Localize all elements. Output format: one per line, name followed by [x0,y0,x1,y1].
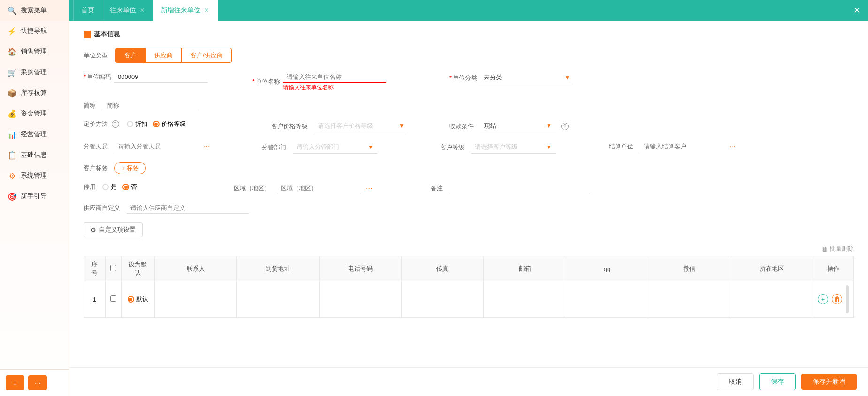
default-radio[interactable]: 默认 [126,295,150,303]
row-email[interactable] [484,281,566,318]
sidebar-item-search[interactable]: 🔍 搜索菜单 [0,0,69,21]
customer-level-label: 客户等级 [440,143,464,152]
sidebar-collapse-btn[interactable]: ≡ [6,375,24,390]
row-qq[interactable] [566,281,648,318]
price-level-select[interactable]: 请选择客户价格等级 ▼ [314,120,408,132]
unit-name-label: *单位名称 [252,78,280,86]
row-fax[interactable] [401,281,483,318]
tab-bar-close-all[interactable]: ✕ [850,5,864,16]
disabled-no-label: 否 [131,183,137,191]
qq-input[interactable] [571,296,644,303]
sidebar-item-finance[interactable]: 💰 资金管理 [0,103,69,124]
price-level-field: 客户价格等级 请选择客户价格等级 ▼ [271,120,431,132]
sidebar-item-purchase[interactable]: 🛒 采购管理 [0,62,69,83]
custom-settings-label: 自定义项设置 [99,225,136,234]
sidebar-extra-btn[interactable]: ⋯ [28,375,47,390]
unit-category-field: *单位分类 未分类 ▼ [449,71,854,84]
manager-more-btn[interactable]: ··· [202,142,212,151]
th-default: 设为默认 [121,256,154,281]
row-add-btn[interactable]: + [818,294,828,304]
row-phone[interactable] [319,281,401,318]
row-drag-handle[interactable] [846,285,849,313]
contact-input[interactable] [160,296,232,303]
row-delete-btn[interactable]: 🗑 [832,294,842,304]
sidebar: 🔍 搜索菜单 ⚡ 快捷导航 🏠 销售管理 🛒 采购管理 📦 库存核算 💰 资金管… [0,0,69,396]
sidebar-item-system[interactable]: ⚙ 系统管理 [0,165,69,186]
sidebar-item-guide[interactable]: 🎯 新手引导 [0,186,69,207]
customer-level-field: 客户等级 请选择客户等级 ▼ [440,141,590,154]
email-input[interactable] [488,296,561,303]
area-input[interactable] [736,296,808,303]
pricing-radio-discount-circle [127,121,133,127]
region-field: 区域（地区） ··· [234,183,393,194]
disabled-radio-yes[interactable]: 是 [102,183,117,191]
pricing-method-label: 定价方法 ? [84,120,119,128]
pricing-help-icon[interactable]: ? [112,120,119,128]
fax-input[interactable] [406,296,479,303]
table-body: 1 默认 [84,281,854,318]
save-button[interactable]: 保存 [759,373,796,390]
tab-partners[interactable]: 往来单位 ✕ [102,0,153,21]
unit-name-input[interactable] [283,71,386,83]
payment-help-icon[interactable]: ? [561,123,569,130]
batch-delete-btn[interactable]: 🗑 批量删除 [822,245,854,253]
row-wechat[interactable] [648,281,731,318]
settlement-input[interactable] [640,141,724,152]
tab-new-partner[interactable]: 新增往来单位 ✕ [153,0,218,21]
tab-home[interactable]: 首页 [73,0,102,21]
disabled-yes-circle [102,184,109,190]
disabled-field: 停用 是 否 [84,183,215,191]
contacts-table-section: 🗑 批量删除 序号 设为默认 联系人 到货地址 电话号码 传真 邮箱 qq [84,245,854,318]
sidebar-item-quicknav[interactable]: ⚡ 快捷导航 [0,21,69,41]
row-checkbox[interactable] [110,295,116,302]
tab-close-new-partner[interactable]: ✕ [203,6,210,15]
th-email: 邮箱 [484,256,566,281]
th-qq: qq [566,256,648,281]
th-num: 序号 [84,256,106,281]
save-and-new-button[interactable]: 保存并新增 [801,374,857,390]
region-input[interactable] [277,183,361,194]
sidebar-item-label: 快捷导航 [21,27,47,35]
unit-category-select[interactable]: 未分类 ▼ [480,71,574,84]
table-row: 1 默认 [84,281,854,318]
sidebar-item-operations[interactable]: 📊 经营管理 [0,124,69,145]
row-area[interactable] [731,281,813,318]
unit-code-input[interactable] [114,71,208,83]
manager-row: 分管人员 ··· 分管部门 请输入分管部门 ▼ 客户等级 请选择客户等级 ▼ 结… [84,141,854,154]
address-input[interactable] [242,296,314,303]
th-phone: 电话号码 [319,256,401,281]
pricing-radio-discount[interactable]: 折扣 [127,120,147,128]
tab-close-partners[interactable]: ✕ [139,6,145,15]
custom-settings-btn[interactable]: ⚙ 自定义项设置 [84,222,143,237]
remark-input[interactable] [449,183,590,194]
sidebar-item-inventory[interactable]: 📦 库存核算 [0,83,69,103]
region-more-btn[interactable]: ··· [364,184,374,193]
trash-icon: 🗑 [822,246,828,253]
payment-terms-select[interactable]: 现结 ▼ [480,120,556,132]
wechat-input[interactable] [653,296,725,303]
unit-category-arrow: ▼ [564,74,570,81]
phone-input[interactable] [324,296,396,303]
add-tag-btn[interactable]: + 标签 [114,162,146,174]
select-all-checkbox[interactable] [110,265,116,271]
row-address[interactable] [237,281,319,318]
settlement-more-btn[interactable]: ··· [727,142,737,151]
supplier-custom-input[interactable] [127,202,249,214]
sidebar-item-sales[interactable]: 🏠 销售管理 [0,41,69,62]
pricing-radio-level[interactable]: 价格等级 [153,120,186,128]
unit-name-error: 请输入往来单位名称 [283,84,386,92]
sidebar-item-basics[interactable]: 📋 基础信息 [0,145,69,165]
customer-level-select[interactable]: 请选择客户等级 ▼ [471,141,556,154]
department-select[interactable]: 请输入分管部门 ▼ [293,141,377,154]
row-contact[interactable] [154,281,236,318]
short-name-input[interactable] [103,100,197,111]
type-btn-both[interactable]: 客户/供应商 [182,48,232,63]
short-name-field: 简称 [84,100,234,111]
type-btn-supplier[interactable]: 供应商 [145,48,182,63]
cancel-button[interactable]: 取消 [717,373,754,390]
sidebar-item-label: 资金管理 [21,109,47,118]
disabled-radio-no[interactable]: 否 [122,183,137,191]
th-area: 所在地区 [731,256,813,281]
type-btn-customer[interactable]: 客户 [115,48,145,63]
manager-input[interactable] [114,141,199,152]
